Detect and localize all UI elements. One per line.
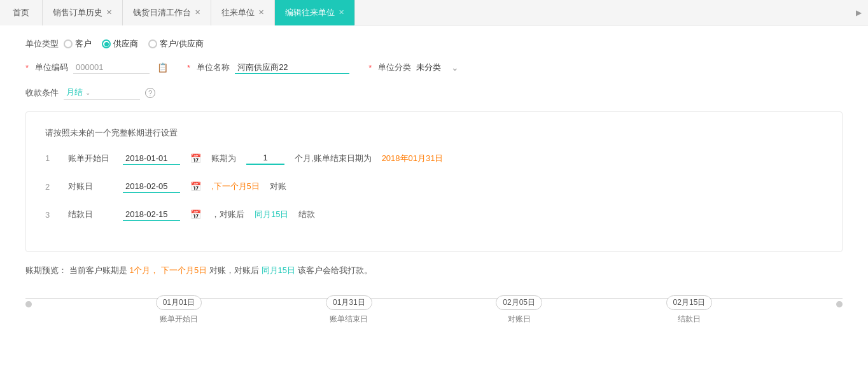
row-label-2: 对账日 [68,181,113,192]
tab-arrow[interactable]: ▶ [850,8,868,17]
timeline-label-1: 账单结束日 [330,314,368,325]
setting-row-1: 1 账单开始日 📅 账期为 个月,账单结束日期为 2018年01月31日 [45,151,823,165]
category-dropdown-icon[interactable]: ⌄ [451,62,459,73]
unit-info-row: * 单位编码 📋 * 单位名称 * 单位分类 未分类 ⌄ [25,61,843,74]
timeline-label-2: 对账日 [508,314,531,325]
radio-group: 客户 供应商 客户/供应商 [64,38,204,50]
reconcile-date-input[interactable] [123,180,180,193]
payment-condition-value: 月结 [66,87,83,98]
radio-label-supplier: 供应商 [113,38,138,50]
timeline-label-0: 账单开始日 [160,314,198,325]
preview-text-1: 当前客户账期是 [69,265,127,275]
radio-label-both: 客户/供应商 [160,38,204,50]
unit-category-group: * 单位分类 未分类 ⌄ [368,62,459,73]
timeline-node-1: 01月31日 账单结束日 [326,295,372,325]
payment-desc-prefix: ，对账后 [211,209,244,220]
payment-condition-select[interactable]: 月结 ⌄ [64,85,140,100]
row-num-3: 3 [45,210,58,220]
start-date-calendar-icon[interactable]: 📅 [190,153,201,164]
tab-partner[interactable]: 往来单位 ✕ [211,0,275,25]
timeline-node-2: 02月05日 对账日 [496,295,542,325]
payment-calendar-icon[interactable]: 📅 [190,209,201,220]
unit-code-input[interactable] [73,61,150,74]
end-date-highlight: 2018年01月31日 [382,153,444,164]
timeline-start-dot [25,301,32,307]
timeline-label-3: 结款日 [678,314,701,325]
preview-text: 账期预览： 当前客户账期是 1个月， 下一个月5日 对账，对账后 同月15日 该… [25,265,843,276]
unit-code-group: * 单位编码 📋 [25,61,168,74]
preview-highlight1: 1个月， [129,265,158,275]
close-icon[interactable]: ✕ [195,8,200,17]
row-label-1: 账单开始日 [68,153,113,164]
section-hint: 请按照未来的一个完整帐期进行设置 [45,127,823,139]
period-desc-prefix: 账期为 [211,153,236,164]
unit-type-label: 单位类型 [25,38,59,50]
period-input[interactable] [246,151,284,165]
payment-condition-row: 收款条件 月结 ⌄ ? [25,85,843,100]
row-num-1: 1 [45,153,58,163]
payment-condition-label: 收款条件 [25,87,59,99]
tab-edit-partner[interactable]: 编辑往来单位 ✕ [275,0,355,25]
setting-row-2: 2 对账日 📅 ,下一个月5日 对账 [45,180,823,193]
period-desc-suffix: 个月,账单结束日期为 [295,153,372,164]
reconcile-calendar-icon[interactable]: 📅 [190,181,201,192]
main-content: 单位类型 客户 供应商 客户/供应商 * 单位编码 [0,25,868,387]
unit-category-value: 未分类 [416,62,441,73]
timeline-badge-0: 01月01日 [156,295,202,310]
unit-name-group: * 单位名称 [187,61,349,74]
reconcile-suffix: 对账 [270,181,286,192]
close-icon[interactable]: ✕ [339,8,344,17]
settings-section: 请按照未来的一个完整帐期进行设置 1 账单开始日 📅 账期为 个月,账单结束日期… [25,111,843,252]
payment-highlight: 同月15日 [255,209,288,220]
setting-row-3: 3 结款日 📅 ，对账后 同月15日 结款 [45,208,823,221]
radio-circle-customer [64,39,73,48]
timeline-badge-3: 02月15日 [666,295,713,310]
required-star-name: * [187,63,190,73]
radio-circle-supplier [102,39,111,48]
payment-suffix: 结款 [298,209,315,220]
tabs-bar: 首页 销售订单历史 ✕ 钱货日清工作台 ✕ 往来单位 ✕ 编辑往来单位 ✕ ▶ [0,0,868,25]
preview-text-2: 下一个月5日 [161,265,207,275]
radio-customer[interactable]: 客户 [64,38,92,50]
preview-text-4: 该客户会给我打款。 [298,265,372,275]
payment-condition-group: 收款条件 月结 ⌄ ? [25,85,155,100]
required-star-cat: * [368,63,372,73]
unit-name-label: 单位名称 [197,62,230,73]
payment-date-input[interactable] [123,208,180,221]
timeline-badge-2: 02月05日 [496,295,542,310]
required-star-code: * [25,63,29,73]
close-icon[interactable]: ✕ [106,8,112,17]
radio-label-customer: 客户 [75,38,92,50]
info-icon[interactable]: ? [145,88,155,98]
tab-sales-history[interactable]: 销售订单历史 ✕ [43,0,123,25]
unit-name-input[interactable] [235,61,349,74]
radio-both[interactable]: 客户/供应商 [148,38,204,50]
unit-category-label: 单位分类 [378,62,411,73]
row-num-2: 2 [45,182,58,192]
close-icon[interactable]: ✕ [258,8,264,17]
timeline: 01月01日 账单开始日 01月31日 账单结束日 02月05日 对账日 02月… [25,289,843,331]
select-arrow-icon: ⌄ [85,89,90,96]
row-label-3: 结款日 [68,209,113,220]
radio-supplier[interactable]: 供应商 [102,38,138,50]
copy-icon[interactable]: 📋 [157,62,168,73]
timeline-node-3: 02月15日 结款日 [666,295,713,325]
preview-label: 账期预览： [25,265,67,275]
radio-circle-both [148,39,157,48]
timeline-items: 01月01日 账单开始日 01月31日 账单结束日 02月05日 对账日 02月… [25,295,843,325]
start-date-input[interactable] [123,152,180,165]
tab-cash-work[interactable]: 钱货日清工作台 ✕ [123,0,211,25]
reconcile-highlight: ,下一个月5日 [211,181,260,192]
preview-highlight2: 同月15日 [262,265,295,275]
preview-text-3: 对账，对账后 [209,265,259,275]
timeline-end-dot [836,301,843,307]
tab-home[interactable]: 首页 [0,0,43,25]
preview-section: 账期预览： 当前客户账期是 1个月， 下一个月5日 对账，对账后 同月15日 该… [25,265,843,344]
unit-type-row: 单位类型 客户 供应商 客户/供应商 [25,38,843,50]
timeline-badge-1: 01月31日 [326,295,372,310]
unit-code-label: 单位编码 [35,62,68,73]
timeline-node-0: 01月01日 账单开始日 [156,295,202,325]
unit-type-group: 单位类型 客户 供应商 客户/供应商 [25,38,204,50]
